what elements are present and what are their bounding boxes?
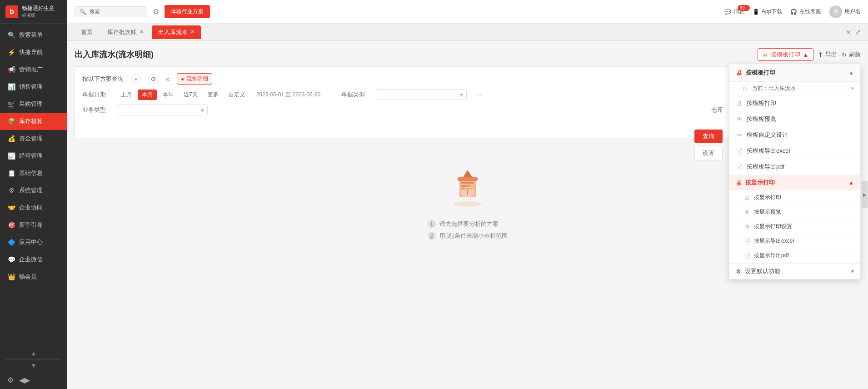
sidebar-scroll-down[interactable]: ▼ — [0, 360, 67, 371]
sidebar-item-guide[interactable]: 🎯 新手引导 — [0, 216, 67, 234]
search-box[interactable]: 🔍 — [75, 6, 147, 17]
display-item-display_print[interactable]: 🖨 按显示打印 — [729, 190, 860, 205]
date-chip-5[interactable]: 自定义 — [224, 90, 249, 100]
sidebar-scroll-up[interactable]: ▲ — [0, 348, 67, 359]
icon-display_pdf: 📄 — [744, 253, 750, 259]
filter-collapse-left-icon[interactable]: « — [165, 75, 170, 83]
settings-button-side[interactable]: 设置 — [694, 146, 723, 160]
svg-rect-5 — [458, 177, 478, 181]
label-template_print: 按模板打印 — [747, 99, 776, 107]
tab-flow[interactable]: 出入库流水 ✕ — [152, 25, 201, 39]
icon-template_preview: 👁 — [736, 116, 743, 123]
tab-home[interactable]: 首页 — [75, 25, 99, 39]
print-template-button[interactable]: 🖨 按模板打印 ▲ — [758, 48, 813, 61]
trial-button[interactable]: 体验行业方案 — [165, 5, 210, 18]
query-button-side[interactable]: 查询 — [694, 130, 723, 143]
sidebar-label-system: 系统管理 — [19, 186, 43, 194]
date-chip-0[interactable]: 上月 — [117, 90, 136, 100]
online-service-button[interactable]: 🎧 在线客服 — [790, 8, 821, 15]
dropdown-item-template_preview[interactable]: 👁 按模板预览 — [729, 111, 860, 127]
date-chip-3[interactable]: 近7天 — [180, 90, 202, 100]
filter-header-label: 按以下方案查询 — [82, 75, 124, 83]
sidebar-item-wechat[interactable]: 💬 企业微信 — [0, 251, 67, 268]
print-dropdown-panel: 🖨 按模板打印 ▲ ▷ 当前：出入库流水 ▾ 🖨 按模板打印👁 按模板预览✏ 模… — [729, 64, 861, 279]
dropdown-footer[interactable]: ⚙ 设置默认功能 ▾ — [729, 263, 860, 279]
date-chip-4[interactable]: 更多 — [204, 90, 223, 100]
app-download-button[interactable]: 📱 App下载 — [753, 8, 782, 15]
expand-tabs-icon[interactable]: ⤢ — [855, 28, 861, 36]
sidebar-label-quicknav: 快捷导航 — [19, 48, 43, 56]
filter-add-button[interactable]: + — [131, 74, 141, 84]
tab-label-batch: 库存批次账 — [107, 28, 137, 36]
display-item-display_excel[interactable]: 📄 按显示导出excel — [729, 234, 860, 249]
dropdown-collapse-icon[interactable]: ▲ — [848, 70, 854, 76]
sidebar-item-apps[interactable]: 🔷 应用中心 — [0, 234, 67, 251]
dropdown-item-template_print[interactable]: 🖨 按模板打印 — [729, 95, 860, 111]
tip-num-1: 1 — [428, 220, 436, 228]
business-type-select[interactable] — [117, 105, 208, 115]
label-template_preview: 按模板预览 — [747, 115, 776, 123]
display-item-display_preview[interactable]: 👁 按显示预览 — [729, 205, 860, 219]
date-chip-2[interactable]: 本年 — [159, 90, 178, 100]
sidebar-item-marketing[interactable]: 📢 营销推广 — [0, 61, 67, 78]
headset-icon: 🎧 — [790, 9, 797, 15]
label-display_excel: 按显示导出excel — [754, 237, 794, 245]
main-area: 🔍 ⚙ 体验行业方案 💬 消息 99+ 📱 App下载 🎧 在线客服 用 用户名 — [67, 0, 868, 389]
sidebar-item-finance[interactable]: 💰 资金管理 — [0, 130, 67, 147]
tab-close-batch[interactable]: ✕ — [140, 30, 144, 35]
sidebar-icon-finance: 💰 — [7, 135, 15, 142]
refresh-button[interactable]: ↻ 刷新 — [842, 50, 861, 59]
sidebar-item-sales[interactable]: 📊 销售管理 — [0, 78, 67, 95]
sidebar-icon-guide: 🎯 — [7, 221, 15, 229]
icon-display_print: 🖨 — [744, 194, 750, 201]
flow-tag: ● 流水明细 — [177, 73, 212, 85]
sidebar-item-purchase[interactable]: 🛒 采购管理 — [0, 95, 67, 113]
display-item-display_settings[interactable]: ⚙ 按显示打印设置 — [729, 219, 860, 234]
sidebar-icon-vip: 👑 — [7, 273, 15, 280]
dropdown-item-template_design[interactable]: ✏ 模板自定义设计 — [729, 127, 860, 143]
footer-chevron-icon[interactable]: ▾ — [851, 268, 854, 274]
current-indicator-icon: ▷ — [742, 85, 748, 92]
icon-display_preview: 👁 — [744, 209, 750, 215]
page-header: 出入库流水(流水明细) 🖨 按模板打印 ▲ ⬆ 导出 ↻ 刷新 — [75, 48, 861, 61]
search-input[interactable] — [89, 9, 142, 15]
sidebar-item-basic[interactable]: 📋 基础信息 — [0, 165, 67, 182]
icon-display_excel: 📄 — [744, 238, 750, 244]
voucher-type-select-wrap — [376, 89, 467, 100]
dropdown-item-template_pdf[interactable]: 📄 按模板导出pdf — [729, 159, 860, 175]
right-edge-handle[interactable]: ▶ — [862, 181, 868, 208]
current-chevron-icon[interactable]: ▾ — [851, 85, 854, 91]
sidebar-item-quicknav[interactable]: ⚡ 快捷导航 — [0, 44, 67, 61]
sidebar-item-vip[interactable]: 👑 畅会员 — [0, 268, 67, 285]
sidebar-item-inventory[interactable]: 📦 库存核算 — [0, 113, 67, 130]
sidebar-label-guide: 新手引导 — [19, 221, 43, 229]
collapse-icon[interactable]: ◀▶ — [19, 376, 30, 384]
tab-batch[interactable]: 库存批次账 ✕ — [101, 25, 150, 39]
svg-rect-2 — [461, 182, 474, 184]
tab-close-flow[interactable]: ✕ — [190, 30, 195, 35]
sidebar-item-enterprise[interactable]: 🤝 企业协同 — [0, 199, 67, 216]
user-avatar[interactable]: 用 用户名 — [829, 5, 861, 18]
voucher-type-select[interactable] — [376, 89, 467, 100]
sidebar-item-search[interactable]: 🔍 搜索菜单 — [0, 26, 67, 44]
sidebar-label-wechat: 企业微信 — [19, 255, 43, 264]
svg-point-0 — [454, 201, 481, 207]
icon-display_settings: ⚙ — [744, 224, 750, 230]
display-section-chevron-icon[interactable]: ▲ — [848, 180, 854, 186]
gear-icon[interactable]: ⚙ — [153, 7, 159, 16]
filter-settings-button[interactable]: ⚙ — [148, 74, 158, 84]
settings-icon[interactable]: ⚙ — [7, 376, 14, 384]
message-badge: 99+ — [738, 5, 750, 11]
display-section-header[interactable]: 🖨 按显示打印 ▲ — [729, 175, 860, 190]
sidebar-item-operations[interactable]: 📈 经营管理 — [0, 147, 67, 165]
dropdown-item-template_excel[interactable]: 📄 按模板导出excel — [729, 143, 860, 159]
date-chip-1[interactable]: 本月 — [138, 90, 157, 100]
display-item-display_pdf[interactable]: 📄 按显示导出pdf — [729, 249, 860, 263]
voucher-type-more-icon[interactable]: ··· — [474, 91, 483, 98]
message-button[interactable]: 💬 消息 99+ — [724, 8, 744, 15]
tabbar: 首页库存批次账 ✕出入库流水 ✕ ✕ ⤢ — [67, 24, 868, 41]
sidebar-item-system[interactable]: ⚙ 系统管理 — [0, 182, 67, 199]
date-label: 单据日期 — [82, 90, 110, 99]
close-all-tabs-icon[interactable]: ✕ — [846, 29, 851, 36]
export-button[interactable]: ⬆ 导出 — [818, 50, 837, 59]
